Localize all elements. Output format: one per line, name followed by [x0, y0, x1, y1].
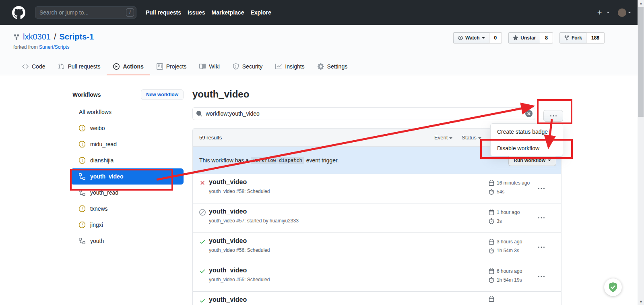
nav-link-pull-requests[interactable]: Pull requests	[146, 9, 181, 16]
sidebar-item-dianshijia[interactable]: dianshijia	[71, 152, 184, 168]
sidebar-item-all-workflows[interactable]: All workflows	[71, 104, 184, 120]
chevron-down-icon	[548, 160, 551, 161]
run-duration: 1h 54m 19s	[497, 276, 522, 284]
fork-button[interactable]: Fork	[559, 32, 586, 44]
tab-projects[interactable]: Projects	[150, 58, 193, 75]
event-filter-dropdown[interactable]: Event	[434, 135, 452, 141]
run-row-57[interactable]: youth_video youth_video #57: started by …	[193, 203, 561, 233]
play-circle-icon	[113, 63, 120, 70]
eye-icon	[458, 35, 463, 41]
sidebar-item-txnews[interactable]: txnews	[71, 201, 184, 217]
tab-label: Code	[32, 63, 45, 70]
run-row-partial[interactable]: youth_video	[193, 292, 561, 305]
run-meta: 16 minutes ago 54s	[489, 178, 530, 196]
tab-wiki[interactable]: Wiki	[193, 58, 226, 75]
watch-button[interactable]: Watch	[453, 32, 489, 44]
run-title-link[interactable]: youth_video	[209, 237, 247, 245]
status-filter-dropdown[interactable]: Status	[462, 135, 481, 141]
create-new-dropdown[interactable]: +	[597, 8, 610, 17]
star-icon	[513, 35, 518, 41]
page-scrollbar[interactable]: ▲ ▼	[638, 0, 644, 305]
run-subtitle: youth_video #56: Scheduled	[209, 247, 270, 253]
x-circle-icon	[525, 110, 533, 117]
kebab-icon	[538, 185, 545, 192]
gear-icon	[318, 63, 324, 70]
run-time: 3 hours ago	[497, 237, 522, 246]
run-title-link[interactable]: youth_video	[209, 296, 247, 303]
sidebar-item-midu-read[interactable]: midu_read	[71, 136, 184, 152]
tab-pull-requests[interactable]: Pull requests	[52, 58, 107, 75]
sidebar-item-youth-video[interactable]: youth_video	[71, 168, 184, 185]
user-menu[interactable]	[618, 8, 631, 17]
fork-count[interactable]: 188	[586, 32, 605, 44]
run-options-button[interactable]	[535, 243, 547, 252]
workflow-label: All workflows	[79, 109, 111, 115]
repo-header: lxk0301 / Scripts-1 forked from Sunert/S…	[0, 25, 638, 75]
nav-link-marketplace[interactable]: Marketplace	[212, 9, 244, 16]
sidebar-item-weibo[interactable]: weibo	[71, 120, 184, 136]
workflow-label: weibo	[90, 125, 105, 131]
sidebar-item-jingxi[interactable]: jingxi	[71, 217, 184, 233]
run-title-link[interactable]: youth_video	[209, 267, 247, 274]
scroll-up-icon[interactable]: ▲	[639, 1, 643, 5]
tab-code[interactable]: Code	[16, 58, 52, 75]
nav-link-issues[interactable]: Issues	[188, 9, 205, 16]
clear-filter-button[interactable]	[525, 110, 533, 117]
sidebar-item-youth[interactable]: youth	[71, 233, 184, 249]
run-options-button[interactable]	[535, 184, 547, 193]
shield-check-icon	[608, 282, 618, 293]
tab-security[interactable]: Security	[226, 58, 269, 75]
unstar-button[interactable]: Unstar	[508, 32, 540, 44]
chevron-down-icon	[628, 12, 631, 13]
fork-source-link[interactable]: Sunert/Scripts	[39, 44, 69, 50]
run-time: 16 minutes ago	[497, 178, 530, 187]
tab-label: Projects	[166, 63, 187, 70]
run-options-button[interactable]	[535, 272, 547, 282]
runs-filter-input[interactable]	[192, 107, 535, 120]
new-workflow-button[interactable]: New workflow	[141, 89, 184, 100]
star-count[interactable]: 8	[540, 32, 553, 44]
run-subtitle: youth_video #57: started by huamiyu2333	[209, 218, 299, 224]
workflow-options-button[interactable]	[543, 110, 563, 122]
tab-label: Wiki	[209, 63, 219, 70]
star-button-group: Unstar 8	[508, 32, 553, 44]
global-search-input[interactable]	[35, 6, 136, 19]
workflows-title: Workflows	[72, 91, 101, 98]
run-workflow-button[interactable]: Run workflow	[508, 155, 556, 166]
run-duration: 3s	[497, 217, 502, 226]
scroll-down-icon[interactable]: ▼	[639, 300, 643, 304]
sidebar-item-youth-read[interactable]: youth_read	[71, 185, 184, 201]
repo-name-link[interactable]: Scripts-1	[60, 32, 94, 41]
workflows-sidebar-header: Workflows New workflow	[71, 88, 184, 102]
repo-owner-link[interactable]: lxk0301	[23, 32, 51, 41]
run-title-link[interactable]: youth_video	[209, 178, 247, 186]
github-actions-page: / Pull requests Issues Marketplace Explo…	[0, 0, 644, 305]
adguard-badge[interactable]	[604, 278, 622, 296]
run-meta: 6 hours ago 1h 54m 19s	[489, 267, 522, 284]
menu-item-create-status-badge[interactable]: Create status badge	[491, 124, 563, 140]
scrollbar-thumb[interactable]	[638, 7, 644, 117]
tab-actions[interactable]: Actions	[107, 58, 150, 75]
github-logo-icon[interactable]	[12, 6, 25, 19]
tab-label: Actions	[123, 63, 143, 70]
repo-separator: /	[54, 32, 56, 41]
run-row-58[interactable]: youth_video youth_video #58: Scheduled 1…	[193, 174, 561, 203]
run-duration: 1h 54m 3s	[497, 246, 519, 255]
book-icon	[199, 63, 206, 70]
run-row-55[interactable]: youth_video youth_video #55: Scheduled 6…	[193, 262, 561, 292]
menu-item-disable-workflow[interactable]: Disable workflow	[491, 140, 563, 156]
calendar-icon	[489, 210, 494, 215]
chevron-down-icon	[607, 12, 610, 13]
run-options-button[interactable]	[535, 213, 547, 223]
fork-note-prefix: forked from	[13, 44, 38, 50]
tab-settings[interactable]: Settings	[311, 58, 354, 75]
banner-text: event trigger.	[306, 157, 339, 164]
watch-count[interactable]: 0	[489, 32, 502, 44]
repo-tab-nav: Code Pull requests Actions Projects Wiki…	[16, 58, 354, 75]
search-shortcut-hint: /	[126, 8, 134, 17]
run-row-56[interactable]: youth_video youth_video #56: Scheduled 3…	[193, 233, 561, 262]
run-title-link[interactable]: youth_video	[209, 208, 247, 215]
tab-insights[interactable]: Insights	[269, 58, 311, 75]
shield-icon	[233, 63, 239, 70]
nav-link-explore[interactable]: Explore	[250, 9, 271, 16]
